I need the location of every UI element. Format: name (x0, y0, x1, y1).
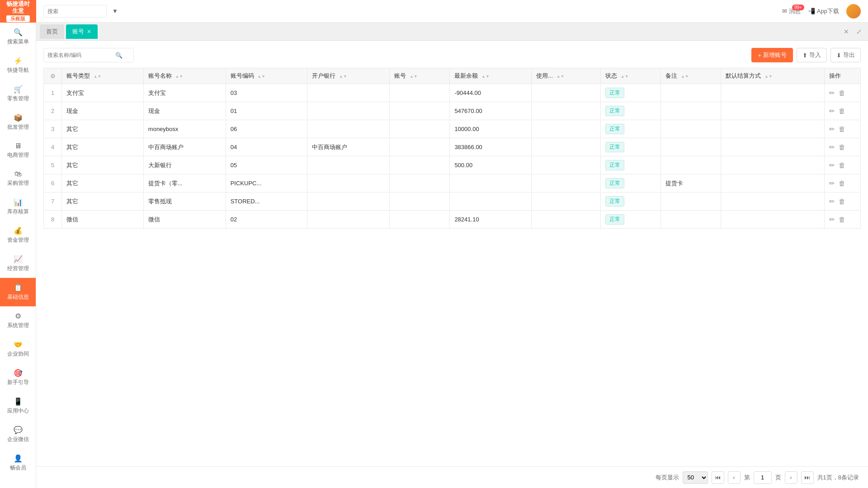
col-balance-header[interactable]: 最新余额 ▲▼ (450, 68, 532, 84)
avatar[interactable] (846, 4, 861, 19)
app-download-button[interactable]: 📲 App下载 (808, 7, 839, 15)
sidebar-item-purchase-mgmt[interactable]: 🛍 采购管理 (0, 164, 36, 192)
row-type: 其它 (62, 192, 144, 211)
tab-account-label: 账号 (72, 28, 84, 36)
row-status: 正常 (601, 192, 661, 211)
gear-icon[interactable]: ⚙ (50, 73, 56, 80)
edit-icon[interactable]: ✏ (829, 107, 835, 115)
add-account-label: 新增账号 (763, 51, 787, 59)
page-size-select[interactable]: 50 10 20 100 (683, 471, 708, 484)
add-account-button[interactable]: + 新增账号 (751, 48, 793, 62)
tabs-bar: 首页 账号 ✕ ✕ ⤢ (36, 23, 868, 41)
col-account-header[interactable]: 账号 ▲▼ (390, 68, 450, 84)
edit-icon[interactable]: ✏ (829, 179, 835, 188)
first-page-button[interactable]: ⏮ (712, 471, 724, 484)
message-badge: 99+ (792, 5, 804, 10)
topbar-dropdown[interactable]: ▼ (112, 8, 118, 14)
row-account (390, 84, 450, 102)
sidebar-item-retail-mgmt[interactable]: 🛒 零售管理 (0, 80, 36, 108)
dropdown-chevron-icon: ▼ (112, 8, 118, 14)
row-num: 6 (44, 174, 62, 192)
row-bank (307, 120, 390, 138)
col-name-header[interactable]: 账号名称 ▲▼ (143, 68, 226, 84)
delete-icon[interactable]: 🗑 (839, 161, 845, 169)
col-type-header[interactable]: 账号类型 ▲▼ (62, 68, 144, 84)
edit-icon[interactable]: ✏ (829, 197, 835, 206)
sidebar-item-app-center[interactable]: 📱 应用中心 (0, 392, 36, 420)
row-type: 其它 (62, 174, 144, 192)
row-num: 5 (44, 156, 62, 174)
row-code: PICKUPC... (226, 174, 307, 192)
account-search-input[interactable] (47, 52, 115, 58)
sidebar-item-system-mgmt-label: 系统管理 (7, 322, 29, 329)
wholesale-mgmt-icon: 📦 (14, 113, 23, 122)
row-type: 现金 (62, 102, 144, 120)
export-button[interactable]: ⬇ 导出 (830, 48, 861, 62)
col-remark-header[interactable]: 备注 ▲▼ (661, 68, 721, 84)
sidebar-item-inventory[interactable]: 📊 库存核算 (0, 192, 36, 221)
maximize-button[interactable]: ⤢ (854, 26, 864, 37)
delete-icon[interactable]: 🗑 (839, 89, 845, 97)
sidebar-item-member[interactable]: 👤 畅会员 (0, 449, 36, 477)
row-usage (532, 192, 601, 211)
delete-icon[interactable]: 🗑 (839, 216, 845, 223)
row-account (390, 192, 450, 211)
close-tab-button[interactable]: ✕ (841, 26, 852, 37)
account-search-box[interactable]: 🔍 (43, 48, 134, 62)
sidebar-item-ecommerce-mgmt[interactable]: 🖥 电商管理 (0, 136, 36, 164)
col-status-header[interactable]: 状态 ▲▼ (601, 68, 661, 84)
sidebar-item-operation-mgmt[interactable]: 📈 经营管理 (0, 249, 36, 278)
topbar: ▼ ✉ 消息 99+ 📲 App下载 (36, 0, 868, 23)
row-usage (532, 156, 601, 174)
sidebar-item-wholesale-mgmt[interactable]: 📦 批发管理 (0, 108, 36, 136)
delete-icon[interactable]: 🗑 (839, 125, 845, 133)
sidebar-item-quick-nav[interactable]: ⚡ 快捷导航 (0, 51, 36, 80)
sidebar-item-capital-mgmt[interactable]: 💰 资金管理 (0, 221, 36, 249)
sort-status-icon: ▲▼ (621, 74, 629, 79)
row-balance: 547670.00 (450, 102, 532, 120)
row-code: 06 (226, 120, 307, 138)
edit-icon[interactable]: ✏ (829, 143, 835, 151)
sidebar-item-system-mgmt[interactable]: ⚙ 系统管理 (0, 306, 36, 335)
row-name: moneybosx (143, 120, 226, 138)
app-download-icon: 📲 (808, 8, 815, 14)
delete-icon[interactable]: 🗑 (839, 179, 845, 187)
row-status: 正常 (601, 156, 661, 174)
sidebar-item-basic-info[interactable]: 📋 基础信息 (0, 278, 36, 306)
page-number-input[interactable] (754, 471, 772, 484)
row-default-payment (721, 192, 825, 211)
col-bank-header[interactable]: 开户银行 ▲▼ (307, 68, 390, 84)
tab-account[interactable]: 账号 ✕ (66, 24, 98, 39)
col-default-payment-header[interactable]: 默认结算方式 ▲▼ (721, 68, 825, 84)
col-code-header[interactable]: 账号编码 ▲▼ (226, 68, 307, 84)
row-num: 7 (44, 192, 62, 211)
topbar-left: ▼ (43, 5, 118, 18)
sidebar-item-enterprise-agreement[interactable]: 🤝 企业协同 (0, 335, 36, 363)
sidebar-item-enterprise-wechat[interactable]: 💬 企业微信 (0, 420, 36, 449)
tab-account-close-icon[interactable]: ✕ (87, 28, 91, 35)
col-settings-header[interactable]: ⚙ (44, 68, 62, 84)
message-icon: ✉ (782, 8, 787, 14)
edit-icon[interactable]: ✏ (829, 161, 835, 169)
delete-icon[interactable]: 🗑 (839, 197, 845, 205)
topbar-search-input[interactable] (43, 5, 107, 18)
message-button[interactable]: ✉ 消息 99+ (782, 7, 801, 15)
delete-icon[interactable]: 🗑 (839, 143, 845, 151)
prev-page-button[interactable]: ‹ (728, 471, 741, 484)
col-usage-header[interactable]: 使用... ▲▼ (532, 68, 601, 84)
row-code: 04 (226, 138, 307, 156)
edit-icon[interactable]: ✏ (829, 89, 835, 97)
edit-icon[interactable]: ✏ (829, 125, 835, 133)
delete-icon[interactable]: 🗑 (839, 107, 845, 115)
content-area: 🔍 + 新增账号 ⬆ 导入 ⬇ 导出 (36, 41, 868, 488)
sidebar-item-beginner-guide[interactable]: 🎯 新手引导 (0, 363, 36, 392)
sidebar-item-search-menu[interactable]: 🔍 搜索菜单 (0, 23, 36, 51)
tab-home[interactable]: 首页 (40, 24, 64, 39)
edit-icon[interactable]: ✏ (829, 216, 835, 224)
import-button[interactable]: ⬆ 导入 (797, 48, 827, 62)
next-page-button[interactable]: › (785, 471, 797, 484)
row-remark (661, 84, 721, 102)
last-page-button[interactable]: ⏭ (801, 471, 814, 484)
search-icon[interactable]: 🔍 (115, 52, 123, 59)
status-badge: 正常 (605, 124, 624, 134)
